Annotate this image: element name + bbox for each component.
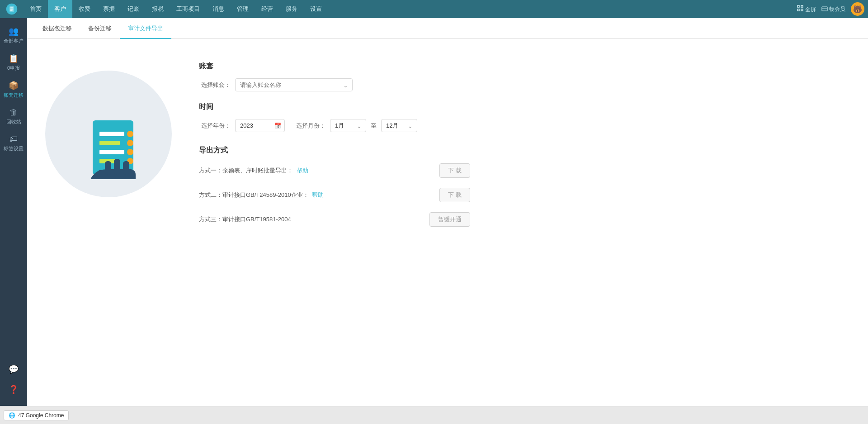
account-input[interactable] xyxy=(235,78,353,91)
form-area: 账套 选择账套： 时间 选择年份： 📅 xyxy=(45,52,850,246)
method2-label: 方式二：审计接口GB/T24589-2010企业： 帮助 xyxy=(199,191,432,199)
taskbar-item-label: 47 Google Chrome xyxy=(18,412,64,419)
time-row: 选择年份： 📅 选择月份： 1月2月3月4月 5月6月7月8月 9月10月11月… xyxy=(199,119,470,132)
svg-rect-17 xyxy=(123,161,129,175)
month-end-wrapper: 1月2月3月4月 5月6月7月8月 9月10月11月12月 xyxy=(381,119,417,132)
nav-bookkeeping[interactable]: 记账 xyxy=(121,0,146,18)
illustration-area xyxy=(45,71,172,197)
sidebar-label-account-migrate: 账套迁移 xyxy=(4,92,24,99)
nav-client[interactable]: 客户 xyxy=(48,0,72,18)
nav-invoice[interactable]: 票据 xyxy=(97,0,121,18)
sidebar-item-help[interactable]: ❓ xyxy=(7,380,20,400)
sidebar-item-tag-settings[interactable]: 🏷 标签设置 xyxy=(0,130,27,157)
fullscreen-btn[interactable]: 全屏 xyxy=(797,5,816,14)
help-icon: ❓ xyxy=(9,385,19,395)
svg-rect-9 xyxy=(99,150,124,154)
content-area: 数据包迁移 备份迁移 审计文件导出 xyxy=(27,18,868,406)
export-row-1: 方式一：余额表、序时账批量导出： 帮助 下 载 xyxy=(199,163,470,178)
member-btn[interactable]: 畅会员 xyxy=(821,5,845,13)
method1-download-btn[interactable]: 下 载 xyxy=(439,163,470,178)
nav-business[interactable]: 工商项目 xyxy=(170,0,206,18)
member-label: 畅会员 xyxy=(829,6,845,12)
nav-home[interactable]: 首页 xyxy=(24,0,48,18)
sidebar-bottom: 💬 ❓ xyxy=(7,360,20,406)
method2-help-link[interactable]: 帮助 xyxy=(312,191,324,198)
svg-rect-3 xyxy=(797,9,799,11)
tab-audit-export[interactable]: 审计文件导出 xyxy=(120,19,171,39)
method3-label: 方式三：审计接口GB/T19581-2004 xyxy=(199,215,422,224)
logo xyxy=(4,1,20,17)
sidebar-item-recycle[interactable]: 🗑 回收站 xyxy=(0,103,27,130)
month-start-select[interactable]: 1月2月3月4月 5月6月7月8月 9月10月11月12月 xyxy=(330,119,366,132)
nav-settings[interactable]: 设置 xyxy=(304,0,328,18)
recycle-icon: 🗑 xyxy=(9,108,18,117)
svg-point-13 xyxy=(127,149,133,155)
nav-manage[interactable]: 管理 xyxy=(231,0,255,18)
fullscreen-label: 全屏 xyxy=(805,6,816,13)
svg-point-12 xyxy=(127,140,133,146)
sidebar-item-all-clients[interactable]: 👥 全部客户 xyxy=(0,22,27,49)
to-text: 至 xyxy=(371,122,377,130)
method2-download-btn[interactable]: 下 载 xyxy=(439,188,470,202)
svg-point-11 xyxy=(127,131,133,137)
sidebar-label-zero-declare: 0申报 xyxy=(7,65,20,71)
year-input-wrapper: 📅 xyxy=(235,119,285,132)
nav-operation[interactable]: 经营 xyxy=(255,0,279,18)
nav-service[interactable]: 服务 xyxy=(279,0,304,18)
svg-rect-2 xyxy=(801,5,803,7)
method1-label: 方式一：余额表、序时账批量导出： 帮助 xyxy=(199,167,432,175)
tab-data-migrate[interactable]: 数据包迁移 xyxy=(34,19,80,39)
svg-rect-5 xyxy=(822,7,827,11)
page-content: 账套 选择账套： 时间 选择年份： 📅 xyxy=(27,39,868,406)
sidebar-label-all-clients: 全部客户 xyxy=(4,38,24,44)
tab-backup-migrate[interactable]: 备份迁移 xyxy=(80,19,120,39)
year-label: 选择年份： xyxy=(199,122,231,130)
form-section: 账套 选择账套： 时间 选择年份： 📅 xyxy=(199,62,470,237)
sidebar-item-zero-declare[interactable]: 📋 0申报 xyxy=(0,49,27,76)
month-label: 选择月份： xyxy=(294,122,326,130)
top-nav-right: 全屏 畅会员 🐻 xyxy=(797,2,864,16)
chrome-icon: 🌐 xyxy=(9,412,15,419)
sidebar: 👥 全部客户 📋 0申报 📦 账套迁移 🗑 回收站 🏷 标签设置 💬 ❓ xyxy=(0,18,27,406)
month-start-wrapper: 1月2月3月4月 5月6月7月8月 9月10月11月12月 xyxy=(330,119,366,132)
avatar[interactable]: 🐻 xyxy=(851,2,864,16)
time-section-title: 时间 xyxy=(199,102,470,112)
taskbar-chrome-item[interactable]: 🌐 47 Google Chrome xyxy=(4,410,69,420)
taskbar: 🌐 47 Google Chrome xyxy=(0,406,868,424)
svg-rect-15 xyxy=(105,161,111,175)
account-select-wrapper xyxy=(235,78,353,91)
method3-open-btn[interactable]: 暂缓开通 xyxy=(429,212,470,227)
export-row-2: 方式二：审计接口GB/T24589-2010企业： 帮助 下 载 xyxy=(199,188,470,202)
top-nav: 首页 客户 收费 票据 记账 报税 工商项目 消息 管理 经营 服务 设置 全屏… xyxy=(0,0,868,18)
account-section-title: 账套 xyxy=(199,62,470,71)
nav-tax[interactable]: 报税 xyxy=(146,0,170,18)
nav-fee[interactable]: 收费 xyxy=(72,0,97,18)
svg-rect-1 xyxy=(797,5,799,7)
tab-bar: 数据包迁移 备份迁移 审计文件导出 xyxy=(27,18,868,39)
sidebar-item-account-migrate[interactable]: 📦 账套迁移 xyxy=(0,76,27,103)
sidebar-item-message[interactable]: 💬 xyxy=(7,360,20,380)
svg-rect-16 xyxy=(114,159,120,175)
tag-settings-icon: 🏷 xyxy=(9,134,18,144)
nav-message[interactable]: 消息 xyxy=(206,0,231,18)
export-section-title: 导出方式 xyxy=(199,146,470,155)
account-migrate-icon: 📦 xyxy=(9,81,19,91)
month-end-select[interactable]: 1月2月3月4月 5月6月7月8月 9月10月11月12月 xyxy=(381,119,417,132)
account-label: 选择账套： xyxy=(199,81,231,89)
calendar-icon: 📅 xyxy=(274,123,281,129)
zero-declare-icon: 📋 xyxy=(9,53,19,63)
svg-rect-4 xyxy=(801,9,803,11)
method1-help-link[interactable]: 帮助 xyxy=(297,167,308,174)
svg-rect-7 xyxy=(99,132,124,136)
account-row: 选择账套： xyxy=(199,78,470,91)
svg-rect-8 xyxy=(99,141,120,145)
export-row-3: 方式三：审计接口GB/T19581-2004 暂缓开通 xyxy=(199,212,470,227)
all-clients-icon: 👥 xyxy=(9,26,19,36)
main-layout: 👥 全部客户 📋 0申报 📦 账套迁移 🗑 回收站 🏷 标签设置 💬 ❓ xyxy=(0,18,868,406)
sidebar-label-recycle: 回收站 xyxy=(6,119,21,125)
nav-items: 首页 客户 收费 票据 记账 报税 工商项目 消息 管理 经营 服务 设置 xyxy=(24,0,797,18)
sidebar-label-tag-settings: 标签设置 xyxy=(4,145,24,152)
message-icon: 💬 xyxy=(9,364,19,374)
